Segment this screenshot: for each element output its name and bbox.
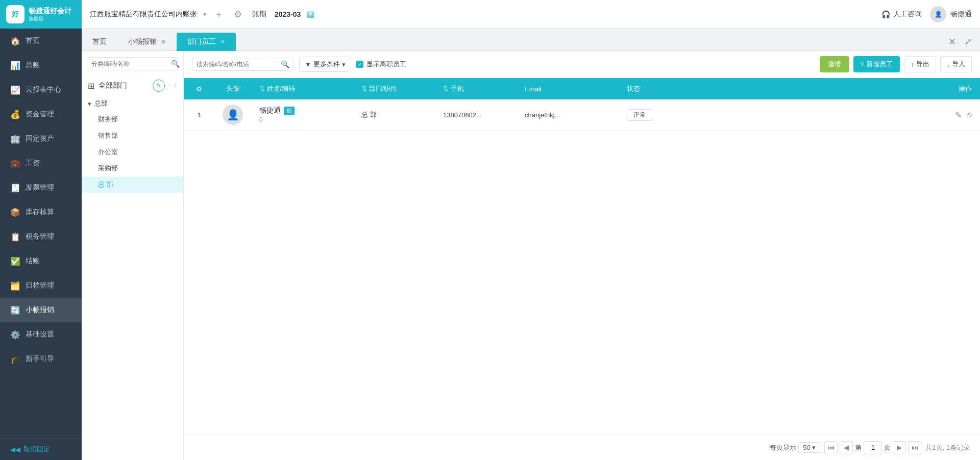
sidebar-item-label: 结账 — [26, 257, 40, 266]
sidebar-item-label: 云报表中心 — [26, 85, 61, 94]
logout-icon[interactable]: ⎋ — [967, 110, 972, 119]
employee-avatar: 👤 — [223, 105, 243, 125]
page-prev-button[interactable]: ◀ — [840, 441, 853, 454]
sidebar-item-tax[interactable]: 📋 税务管理 — [0, 224, 82, 249]
sidebar-item-inventory[interactable]: 📦 库存核算 — [0, 200, 82, 224]
tab-expense-close[interactable]: ✕ — [161, 38, 166, 45]
dept-node-general[interactable]: 总 部 — [82, 176, 183, 193]
page-size-value[interactable]: 50 ▾ — [798, 442, 820, 453]
all-departments-label: 全部部门 — [99, 81, 127, 90]
import-button[interactable]: ↓ 导入 — [940, 56, 972, 72]
employee-code: 0 — [259, 116, 345, 123]
page-total: 共1页, 1条记录 — [925, 443, 970, 452]
avatar: 👤 — [930, 6, 946, 22]
add-company-button[interactable]: ＋ — [212, 6, 226, 22]
sidebar-item-close[interactable]: ✅ 结账 — [0, 249, 82, 273]
sidebar-item-invoice[interactable]: 🧾 发票管理 — [0, 175, 82, 200]
dept-tree: ▾ 总部 财务部 销售部 办公室 采购部 总 部 — [82, 96, 183, 454]
dept-node-purchase[interactable]: 采购部 — [82, 160, 183, 176]
sidebar-item-expense[interactable]: 🔄 小畅报销 — [0, 298, 82, 322]
home-icon: 🏠 — [10, 36, 20, 46]
cell-email: chanjethkj... — [517, 99, 619, 131]
employee-dept: 总 部 — [361, 111, 377, 118]
page-label: 第 — [855, 443, 862, 452]
emp-name-wrap: 畅捷通 部 — [259, 106, 345, 115]
user-name: 畅捷通 — [950, 10, 972, 19]
calendar-icon[interactable]: ▦ — [307, 9, 314, 19]
table-row: 1 👤 畅捷通 部 0 — [184, 99, 980, 131]
more-filter-button[interactable]: ▼ 更多条件 ▾ — [299, 57, 351, 72]
tab-home[interactable]: 首页 — [82, 33, 117, 51]
dept-node-finance[interactable]: 财务部 — [82, 111, 183, 127]
dept-node-office[interactable]: 办公室 — [82, 144, 183, 160]
unpin-icon: ◀◀ — [10, 446, 20, 453]
period-value: 2023-03 — [275, 10, 301, 18]
grid-icon: ⊞ — [88, 81, 94, 91]
user-menu[interactable]: 👤 畅捷通 — [930, 6, 972, 22]
page-last-button[interactable]: ⏭ — [908, 441, 921, 454]
th-name[interactable]: ⇅ 姓名/编码 — [251, 78, 353, 99]
page-input[interactable] — [864, 441, 882, 454]
cell-ops: ✎ ⎋ — [695, 99, 980, 131]
sidebar-item-salary[interactable]: 💼 工资 — [0, 151, 82, 175]
th-phone[interactable]: ⇅ 手机 — [435, 78, 517, 99]
th-dept[interactable]: ⇅ 部门/职位 — [353, 78, 435, 99]
export-button[interactable]: ↑ 导出 — [904, 56, 936, 72]
company-dropdown-icon[interactable]: ▾ — [203, 11, 206, 18]
page-first-button[interactable]: ⏮ — [824, 441, 838, 454]
sidebar-item-label: 新手引导 — [26, 354, 54, 364]
dept-search-input[interactable] — [91, 60, 168, 67]
page-suffix: 页 — [884, 443, 891, 452]
sidebar-unpin-button[interactable]: ◀◀ 取消固定 — [0, 438, 82, 460]
invoice-icon: 🧾 — [10, 183, 20, 193]
dept-search-wrap: 🔍 — [87, 57, 178, 70]
dept-edit-button[interactable]: ✎ — [153, 80, 165, 92]
sidebar-item-reports[interactable]: 📈 云报表中心 — [0, 78, 82, 102]
edit-icon[interactable]: ✎ — [955, 110, 962, 120]
sidebar-item-assets[interactable]: 🏢 固定资产 — [0, 126, 82, 151]
sidebar-item-label: 税务管理 — [26, 232, 54, 241]
add-employee-label: + 新增员工 — [861, 60, 893, 69]
employee-phone: 138070602... — [443, 111, 482, 119]
export-label: 导出 — [916, 60, 929, 69]
tab-department-close[interactable]: ✕ — [220, 38, 225, 45]
invite-button[interactable]: 邀请 — [820, 56, 849, 72]
topbar-right: 🎧 人工咨询 👤 畅捷通 — [881, 6, 972, 22]
logo-text-block: 畅捷通好会计 旗舰版 — [29, 6, 71, 22]
sidebar-item-ledger[interactable]: 📊 总账 — [0, 53, 82, 78]
sidebar-item-funds[interactable]: 💰 资金管理 — [0, 102, 82, 126]
tabs-actions: ✕ ⤢ — [946, 35, 980, 50]
sidebar-item-guide[interactable]: 🎓 新手引导 — [0, 347, 82, 371]
service-button[interactable]: 🎧 人工咨询 — [881, 10, 922, 19]
sidebar-item-home[interactable]: 🏠 首页 — [0, 29, 82, 53]
ledger-icon: 📊 — [10, 60, 20, 70]
page-size-select: 每页显示 50 ▾ — [770, 442, 820, 453]
sidebar-item-settings[interactable]: ⚙️ 基础设置 — [0, 322, 82, 347]
sidebar-item-archive[interactable]: 🗂️ 归档管理 — [0, 273, 82, 298]
dept-node-sales[interactable]: 销售部 — [82, 127, 183, 144]
all-departments-item[interactable]: ⊞ 全部部门 ✎ 《 — [82, 75, 183, 96]
status-badge: 正常 — [627, 109, 652, 121]
tab-close-icon[interactable]: ✕ — [946, 35, 958, 48]
tab-expense[interactable]: 小畅报销 ✕ — [117, 33, 177, 51]
topbar-settings-icon[interactable]: ⚙ — [232, 7, 244, 22]
th-settings[interactable]: ⚙ — [184, 78, 214, 99]
content-area: 🔍 ⊞ 全部部门 ✎ 《 ▾ 总部 财务部 销售部 办公室 采购部 总 部 — [82, 51, 980, 460]
sidebar-logo: 好 畅捷通好会计 旗舰版 — [0, 0, 82, 29]
employee-toolbar: 🔍 ▼ 更多条件 ▾ ✓ 显示离职员工 邀请 + 新增员工 — [184, 51, 980, 78]
page-next-button[interactable]: ▶ — [893, 441, 906, 454]
employee-panel: 🔍 ▼ 更多条件 ▾ ✓ 显示离职员工 邀请 + 新增员工 — [184, 51, 980, 460]
sidebar-item-label: 小畅报销 — [26, 305, 54, 315]
cell-dept: 总 部 — [353, 99, 435, 131]
employee-search-input[interactable] — [197, 61, 278, 68]
import-label: 导入 — [952, 60, 965, 69]
tab-expand-icon[interactable]: ⤢ — [962, 35, 974, 48]
show-resigned-checkbox[interactable]: ✓ — [356, 61, 363, 68]
dept-collapse-icon[interactable]: 《 — [171, 82, 177, 90]
period-label: 账期 — [252, 10, 266, 19]
logo-title: 畅捷通好会计 — [29, 6, 71, 15]
add-employee-button[interactable]: + 新增员工 — [853, 56, 900, 72]
show-resigned-label[interactable]: ✓ 显示离职员工 — [356, 60, 406, 69]
employee-search-icon: 🔍 — [281, 60, 289, 68]
tab-department[interactable]: 部门员工 ✕ — [177, 33, 236, 51]
